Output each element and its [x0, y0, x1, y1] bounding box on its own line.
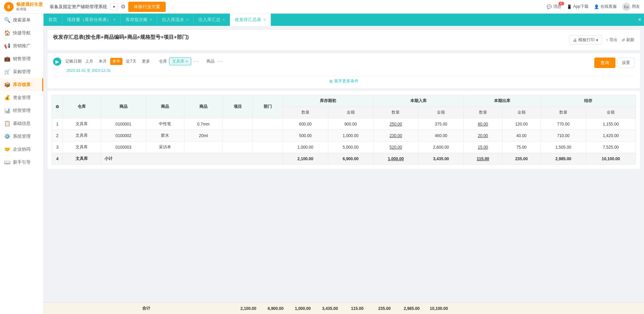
guide-icon: 📖	[4, 159, 10, 165]
subtotal-out-qty[interactable]: 115.00	[464, 153, 502, 165]
sidebar-item-guide[interactable]: 📖 新手引导	[0, 156, 43, 169]
sidebar-item-system[interactable]: ⚙️ 系统管理	[0, 130, 43, 143]
row-project	[222, 142, 252, 153]
total-balance-amt: 10,100.00	[425, 306, 452, 311]
out-qty-header: 数量	[464, 107, 502, 118]
expand-icon: ⊞	[329, 79, 333, 84]
row-out-qty[interactable]: 80.00	[464, 118, 502, 130]
system-dropdown[interactable]: ▾	[110, 3, 118, 10]
system-icon: ⚙️	[4, 133, 10, 139]
row-out-qty[interactable]: 20.00	[464, 130, 502, 142]
export-button[interactable]: ↑ 导出	[606, 37, 617, 43]
row-opening-qty: 1,000.00	[283, 142, 328, 153]
sales-icon: 💼	[4, 56, 10, 62]
sidebar-item-purchase[interactable]: 🛒 采购管理	[0, 65, 43, 78]
row-out-qty[interactable]: 15.00	[464, 142, 502, 153]
sidebar-item-marketing[interactable]: 📢 营销推广	[0, 39, 43, 52]
top-bar-center: 装备及固定资产辅助管理系统 ▾ ⚙ 体验行业方案	[43, 2, 547, 12]
date-btn-this-year[interactable]: 本年	[110, 58, 122, 65]
settings-button[interactable]: 设置	[617, 57, 634, 68]
warehouse-tag-close[interactable]: ×	[186, 59, 188, 64]
tab-bar: 首页 现存量（库存分布表） × 库存批次账 × 出入库流水 × 出入库汇总 ×	[44, 14, 644, 26]
message-item[interactable]: 💬 消息 6	[547, 4, 561, 10]
tab-receipt-summary-close[interactable]: ×	[263, 17, 266, 22]
user-item[interactable]: Ea 用友	[622, 3, 640, 11]
row-spec: 0.7mm	[184, 118, 222, 130]
print-icon: 🖨	[573, 38, 577, 43]
refresh-icon: ↺	[622, 38, 625, 43]
row-name: 中性笔	[146, 118, 184, 130]
tab-batch[interactable]: 库存批次账 ×	[121, 14, 157, 26]
subtotal-in-qty[interactable]: 1,000.00	[373, 153, 418, 165]
sidebar-label-system: 系统管理	[13, 133, 31, 139]
tab-home[interactable]: 首页	[44, 14, 62, 26]
settings-col-header[interactable]: ⚙	[52, 95, 63, 118]
subtotal-in-amt: 3,435.00	[418, 153, 464, 165]
sidebar-label-purchase: 采购管理	[13, 69, 31, 75]
tab-inout-summary[interactable]: 出入库汇总 ×	[194, 14, 230, 26]
sidebar-item-finance[interactable]: 💰 资金管理	[0, 91, 43, 104]
row-in-qty[interactable]: 520.00	[373, 142, 418, 153]
row-dept	[253, 130, 283, 142]
warehouse-dots[interactable]: ···	[193, 59, 200, 65]
date-btn-more[interactable]: 更多	[140, 58, 152, 65]
app-download-item[interactable]: 📱 App下载	[567, 4, 589, 10]
expand-conditions-btn[interactable]: ⊞ 展开更多条件	[329, 78, 359, 84]
online-service-icon: 👤	[594, 4, 599, 9]
row-code: 0100002	[101, 130, 146, 142]
tab-bar-close-all[interactable]: ×	[638, 17, 644, 23]
subtotal-warehouse: 文具库	[63, 153, 101, 165]
row-index: 3	[52, 142, 63, 153]
sidebar-item-operation[interactable]: 📊 经营管理	[0, 104, 43, 117]
refresh-button[interactable]: ↺ 刷新	[622, 37, 634, 43]
tab-inventory-dist[interactable]: 现存量（库存分布表） ×	[62, 14, 121, 26]
in-qty-header: 数量	[373, 107, 418, 118]
tab-inout-flow[interactable]: 出入库流水 ×	[157, 14, 194, 26]
tab-receipt-summary[interactable]: 收发存汇总表 ×	[230, 14, 271, 26]
goods-dots[interactable]: ···	[217, 59, 223, 65]
date-btn-this-month[interactable]: 本月	[97, 58, 109, 65]
sidebar-item-quick-nav[interactable]: 🏠 快捷导航	[0, 27, 43, 39]
query-button[interactable]: 查询	[594, 57, 615, 68]
row-in-qty[interactable]: 250.00	[373, 118, 418, 130]
total-label: 合计	[58, 305, 235, 311]
total-balance-qty: 2,985.00	[398, 306, 425, 311]
sidebar-item-search[interactable]: 🔍 搜索菜单	[0, 14, 43, 27]
filter-collapse-btn[interactable]: ▶	[53, 57, 61, 66]
avatar: Ea	[622, 3, 630, 11]
tab-inventory-dist-close[interactable]: ×	[113, 17, 116, 22]
in-group-header: 本期入库	[373, 95, 464, 107]
row-in-qty[interactable]: 230.00	[373, 130, 418, 142]
sidebar-label-search: 搜索菜单	[13, 17, 31, 23]
row-dept	[253, 142, 283, 153]
row-index: 1	[52, 118, 63, 130]
experience-button[interactable]: 体验行业方案	[128, 2, 166, 12]
print-button[interactable]: 🖨 模板打印 ▾	[569, 35, 602, 45]
sidebar-item-inventory[interactable]: 📦 库存核算	[0, 78, 43, 91]
tab-inout-summary-close[interactable]: ×	[222, 17, 225, 22]
row-in-amt: 2,600.00	[418, 142, 464, 153]
date-btn-last-month[interactable]: 上月	[83, 58, 95, 65]
opening-amt-header: 金额	[328, 107, 373, 118]
tab-batch-close[interactable]: ×	[150, 17, 152, 22]
out-amt-header: 金额	[502, 107, 541, 118]
out-group-header: 本期出库	[464, 95, 541, 107]
code-col-header: 商品	[101, 95, 146, 118]
dept-col-header: 部门	[253, 95, 283, 118]
date-btn-7days[interactable]: 近7天	[124, 58, 138, 65]
table-container: ⚙ 仓库 商品 商品 商品 项目 部门 库存期初 本期入库 本期出库 结存	[48, 91, 640, 169]
sidebar-label-enterprise: 企业协同	[13, 146, 31, 152]
row-spec: 20ml	[184, 130, 222, 142]
marketing-icon: 📢	[4, 43, 10, 49]
sidebar-item-enterprise[interactable]: 🤝 企业协同	[0, 143, 43, 156]
tab-inout-flow-close[interactable]: ×	[186, 17, 188, 22]
sidebar-item-basic-info[interactable]: 📋 基础信息	[0, 117, 43, 130]
online-service-item[interactable]: 👤 在线客服	[594, 4, 617, 10]
online-service-label: 在线客服	[600, 4, 617, 10]
total-out-qty: 115.00	[344, 306, 371, 311]
sidebar-item-sales[interactable]: 💼 销售管理	[0, 52, 43, 65]
logo-text: 畅捷通好生意 标准版	[16, 2, 43, 12]
gear-icon[interactable]: ⚙	[121, 3, 126, 10]
date-label: 记账日期	[65, 59, 82, 64]
row-index: 2	[52, 130, 63, 142]
